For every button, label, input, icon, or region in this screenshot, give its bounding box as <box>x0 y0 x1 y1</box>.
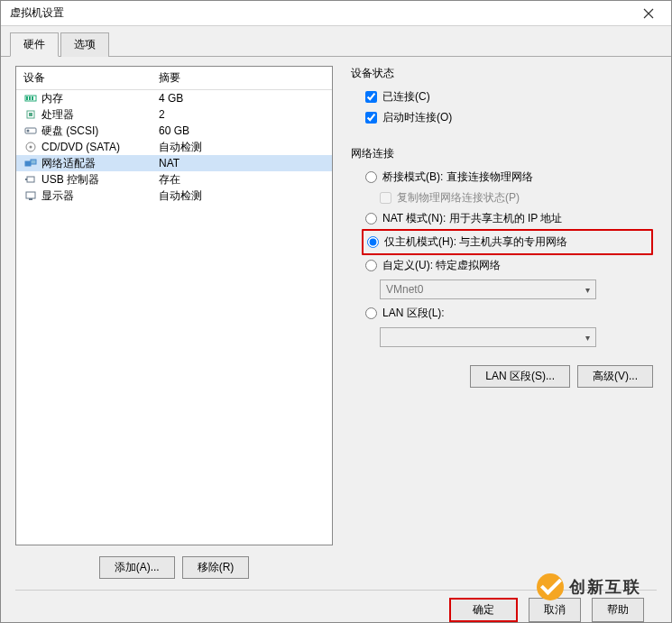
usb-icon <box>23 173 38 186</box>
left-panel: 设备 摘要 内存 4 GB 处理器 2 <box>15 66 333 590</box>
device-summary: 自动检测 <box>159 140 325 155</box>
left-buttons: 添加(A)... 移除(R) <box>15 545 333 590</box>
device-name: 硬盘 (SCSI) <box>41 124 98 139</box>
chevron-down-icon: ▾ <box>585 333 590 343</box>
nat-radio[interactable] <box>365 213 377 224</box>
lansegment-radio[interactable] <box>365 307 377 319</box>
disk-icon <box>23 124 38 137</box>
nat-label: NAT 模式(N): 用于共享主机的 IP 地址 <box>382 211 562 226</box>
device-list-headers: 设备 摘要 <box>16 67 332 90</box>
close-icon <box>643 8 654 19</box>
svg-rect-3 <box>32 96 33 100</box>
lansegment-select-row: ▾ <box>351 324 653 351</box>
replicate-checkbox <box>380 192 391 204</box>
device-status-group: 设备状态 已连接(C) 启动时连接(O) <box>351 66 653 128</box>
custom-radio[interactable] <box>365 260 377 271</box>
device-name: 处理器 <box>41 107 74 123</box>
svg-rect-11 <box>31 160 36 164</box>
svg-rect-1 <box>26 96 28 100</box>
device-summary: 存在 <box>159 172 325 188</box>
hostonly-highlight: 仅主机模式(H): 与主机共享的专用网络 <box>362 229 653 255</box>
svg-rect-12 <box>27 177 34 182</box>
device-summary: 2 <box>159 108 325 121</box>
right-panel: 设备状态 已连接(C) 启动时连接(O) 网络连接 桥接模式(B): 直接连接物… <box>351 66 657 590</box>
connected-label: 已连接(C) <box>382 89 430 105</box>
device-row-memory[interactable]: 内存 4 GB <box>16 90 332 106</box>
tab-options[interactable]: 选项 <box>60 32 109 57</box>
ok-button[interactable]: 确定 <box>449 598 518 622</box>
svg-rect-15 <box>29 198 32 200</box>
right-buttons: LAN 区段(S)... 高级(V)... <box>351 365 653 388</box>
custom-label: 自定义(U): 特定虚拟网络 <box>382 258 501 273</box>
advanced-button[interactable]: 高级(V)... <box>577 365 653 388</box>
svg-rect-13 <box>25 179 27 180</box>
add-button[interactable]: 添加(A)... <box>99 556 175 579</box>
svg-point-9 <box>30 146 32 149</box>
col-summary-header: 摘要 <box>159 70 325 86</box>
lansegment-label: LAN 区段(L): <box>382 306 445 321</box>
device-list: 设备 摘要 内存 4 GB 处理器 2 <box>15 66 333 545</box>
svg-rect-5 <box>29 113 32 116</box>
device-summary: NAT <box>159 157 325 169</box>
hostonly-radio[interactable] <box>367 236 379 248</box>
lan-segments-button[interactable]: LAN 区段(S)... <box>470 365 570 388</box>
custom-radio-row[interactable]: 自定义(U): 特定虚拟网络 <box>351 255 653 276</box>
remove-button[interactable]: 移除(R) <box>182 556 250 579</box>
bridged-radio[interactable] <box>365 171 377 183</box>
hostonly-radio-row[interactable]: 仅主机模式(H): 与主机共享的专用网络 <box>365 232 649 252</box>
bridged-radio-row[interactable]: 桥接模式(B): 直接连接物理网络 <box>351 167 653 188</box>
dialog-title: 虚拟机设置 <box>10 5 64 21</box>
network-icon <box>23 157 38 169</box>
device-name: USB 控制器 <box>41 172 99 188</box>
col-device-header: 设备 <box>23 70 159 86</box>
bridged-label: 桥接模式(B): 直接连接物理网络 <box>382 169 533 185</box>
replicate-label: 复制物理网络连接状态(P) <box>397 190 520 206</box>
display-icon <box>23 189 38 202</box>
device-row-usb[interactable]: USB 控制器 存在 <box>16 171 332 188</box>
cd-icon <box>23 141 38 153</box>
device-name: CD/DVD (SATA) <box>41 141 120 153</box>
memory-icon <box>23 92 38 105</box>
device-name: 网络适配器 <box>41 156 96 171</box>
replicate-checkbox-row: 复制物理网络连接状态(P) <box>351 188 653 208</box>
lansegment-radio-row[interactable]: LAN 区段(L): <box>351 303 653 324</box>
tabs: 硬件 选项 <box>1 26 671 57</box>
device-row-network[interactable]: 网络适配器 NAT <box>16 155 332 171</box>
svg-rect-14 <box>26 192 35 198</box>
cpu-icon <box>23 108 38 121</box>
custom-select[interactable]: VMnet0 ▾ <box>380 279 596 299</box>
connect-at-poweron-label: 启动时连接(O) <box>382 110 452 125</box>
svg-point-7 <box>27 130 30 133</box>
custom-select-row: VMnet0 ▾ <box>351 276 653 303</box>
device-status-title: 设备状态 <box>351 66 653 81</box>
device-row-display[interactable]: 显示器 自动检测 <box>16 188 332 204</box>
titlebar: 虚拟机设置 <box>1 1 671 26</box>
network-connection-group: 网络连接 桥接模式(B): 直接连接物理网络 复制物理网络连接状态(P) NAT… <box>351 146 653 388</box>
connect-at-poweron-checkbox[interactable] <box>365 112 377 124</box>
device-summary: 自动检测 <box>159 188 325 204</box>
device-row-cpu[interactable]: 处理器 2 <box>16 106 332 123</box>
svg-rect-2 <box>29 96 31 100</box>
device-row-disk[interactable]: 硬盘 (SCSI) 60 GB <box>16 123 332 139</box>
vm-settings-dialog: 虚拟机设置 硬件 选项 设备 摘要 内存 4 GB <box>0 0 672 623</box>
device-row-cd[interactable]: CD/DVD (SATA) 自动检测 <box>16 139 332 155</box>
content-area: 设备 摘要 内存 4 GB 处理器 2 <box>1 57 671 590</box>
device-summary: 60 GB <box>159 124 325 137</box>
connected-checkbox[interactable] <box>365 91 377 103</box>
tab-hardware[interactable]: 硬件 <box>10 32 59 57</box>
connected-checkbox-row[interactable]: 已连接(C) <box>351 87 653 107</box>
lansegment-select[interactable]: ▾ <box>380 327 596 347</box>
close-button[interactable] <box>635 5 662 23</box>
dialog-buttons: 确定 取消 帮助 <box>1 591 671 622</box>
hostonly-label: 仅主机模式(H): 与主机共享的专用网络 <box>384 234 567 250</box>
svg-rect-10 <box>25 161 31 166</box>
nat-radio-row[interactable]: NAT 模式(N): 用于共享主机的 IP 地址 <box>351 208 653 229</box>
device-summary: 4 GB <box>159 92 325 105</box>
device-name: 内存 <box>41 91 63 106</box>
custom-select-value: VMnet0 <box>386 283 423 296</box>
device-name: 显示器 <box>41 188 74 204</box>
cancel-button[interactable]: 取消 <box>529 598 581 622</box>
chevron-down-icon: ▾ <box>585 285 590 295</box>
connect-at-poweron-row[interactable]: 启动时连接(O) <box>351 107 653 128</box>
help-button[interactable]: 帮助 <box>592 598 644 622</box>
